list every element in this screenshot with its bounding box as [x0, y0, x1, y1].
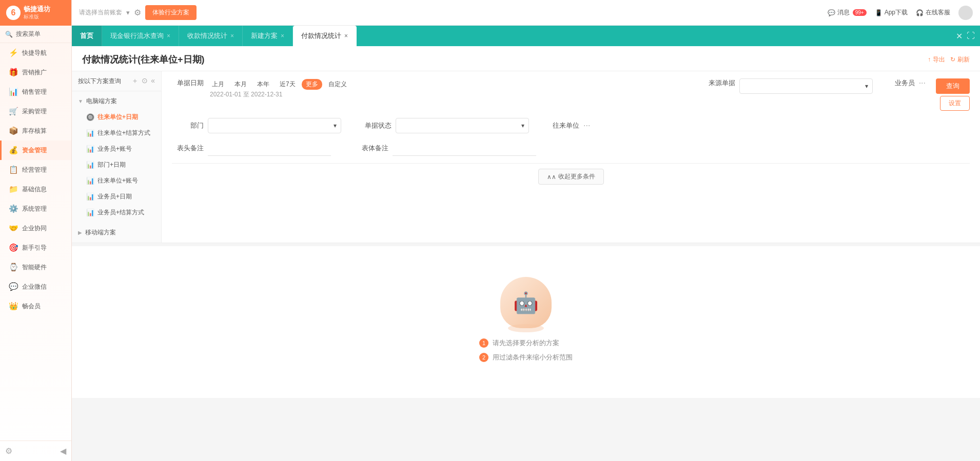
- collapse-row: ∧∧ 收起更多条件: [172, 163, 970, 190]
- custom-btn[interactable]: 自定义: [324, 78, 351, 90]
- refresh-btn[interactable]: ↻ 刷新: [950, 55, 970, 64]
- setting-btn[interactable]: 设置: [940, 96, 970, 111]
- last-month-btn[interactable]: 上月: [208, 78, 228, 90]
- sidebar-footer: ⚙ ◀: [0, 440, 71, 461]
- tab-receipt-stats[interactable]: 收款情况统计 ×: [179, 26, 243, 46]
- filter-main: 单据日期 上月 本月 本年 近7天 更多 自定义 2022-01-01 至 20…: [162, 71, 980, 243]
- scheme-header-label: 按以下方案查询: [78, 77, 121, 86]
- body-note-input[interactable]: [393, 141, 536, 156]
- tab-new-scheme[interactable]: 新建方案 ×: [243, 26, 293, 46]
- sidebar-search[interactable]: 🔍 搜索菜单: [0, 26, 71, 43]
- header-note-input[interactable]: [208, 141, 331, 156]
- sidebar-item-inventory[interactable]: 📦 库存核算: [0, 121, 71, 141]
- member-icon: 👑: [9, 302, 18, 311]
- salesman-dots[interactable]: ···: [919, 78, 926, 88]
- scheme-group-desktop-header[interactable]: ▼ 电脑端方案: [72, 93, 161, 109]
- online-service-btn[interactable]: 🎧 在线客服: [916, 8, 950, 17]
- sidebar-item-marketing[interactable]: 🎁 营销推广: [0, 63, 71, 82]
- message-label: 消息: [837, 8, 850, 17]
- partner-dots[interactable]: ···: [583, 121, 590, 130]
- scheme-group-desktop: ▼ 电脑端方案 🔘 往来单位+日期 📊 往来单位+结算方式 📊: [72, 91, 161, 223]
- this-year-btn[interactable]: 本年: [253, 78, 273, 90]
- scheme-item-label: 部门+日期: [97, 161, 126, 169]
- scheme-group-mobile: ▶ 移动端方案: [72, 223, 161, 243]
- sidebar-item-member[interactable]: 👑 畅会员: [0, 296, 71, 316]
- sidebar-item-coop[interactable]: 🤝 企业协同: [0, 218, 71, 238]
- tab-home[interactable]: 首页: [72, 26, 102, 46]
- sidebar-item-wechat[interactable]: 💬 企业微信: [0, 277, 71, 296]
- topbar-gear-icon[interactable]: ⚙: [134, 8, 141, 17]
- sidebar-item-guide[interactable]: 🎯 新手引导: [0, 238, 71, 257]
- collapse-up-icon: ∧∧: [547, 173, 556, 181]
- scheme-item-dept-date[interactable]: 📊 部门+日期: [72, 157, 161, 173]
- scheme-item-partner-account[interactable]: 📊 往来单位+账号: [72, 173, 161, 189]
- sidebar-item-label: 系统管理: [22, 205, 47, 213]
- topbar-right: 💬 消息 99+ 📱 App下载 🎧 在线客服: [828, 6, 973, 20]
- tabs-end-actions: ✕ ⛶: [956, 31, 980, 41]
- tip-text-1: 请先选择要分析的方案: [493, 338, 559, 348]
- app-icon: 📱: [875, 9, 883, 16]
- scheme-chart-icon6: 📊: [86, 209, 94, 216]
- scheme-settings-icon[interactable]: ⊙: [142, 76, 148, 86]
- scheme-add-icon[interactable]: ＋: [131, 76, 139, 86]
- scheme-item-salesman-account[interactable]: 📊 业务员+账号: [72, 141, 161, 157]
- close-all-icon[interactable]: ✕: [956, 31, 963, 41]
- tab-new-scheme-close[interactable]: ×: [281, 32, 284, 39]
- account-dropdown-icon[interactable]: ▾: [126, 9, 130, 16]
- sidebar-item-funds[interactable]: 💰 资金管理: [0, 141, 71, 160]
- this-month-btn[interactable]: 本月: [230, 78, 251, 90]
- sidebar-item-hardware[interactable]: ⌚ 智能硬件: [0, 257, 71, 277]
- coop-icon: 🤝: [9, 224, 18, 233]
- page-actions: ↑ 导出 ↻ 刷新: [928, 55, 970, 64]
- scheme-item-partner-date[interactable]: 🔘 往来单位+日期: [72, 109, 161, 125]
- tab-bank[interactable]: 现金银行流水查询 ×: [102, 26, 179, 46]
- sidebar-item-purchase[interactable]: 🛒 采购管理: [0, 102, 71, 121]
- service-icon: 🎧: [916, 9, 924, 16]
- export-icon: ↑: [928, 56, 931, 63]
- header-note-label: 表头备注: [172, 144, 208, 153]
- sidebar-item-label: 畅会员: [22, 302, 41, 311]
- scheme-item-label: 往来单位+结算方式: [97, 129, 150, 137]
- sidebar-item-business[interactable]: 📋 经营管理: [0, 160, 71, 179]
- date-label: 单据日期: [172, 78, 208, 88]
- scheme-item-label: 往来单位+日期: [97, 113, 138, 122]
- doc-status-select[interactable]: ▾: [396, 118, 529, 133]
- scheme-chart-icon2: 📊: [86, 145, 94, 153]
- sidebar-item-system[interactable]: ⚙️ 系统管理: [0, 199, 71, 218]
- tab-payment-close[interactable]: ×: [344, 32, 348, 39]
- trial-btn[interactable]: 体验行业方案: [145, 5, 197, 20]
- scheme-group-mobile-header[interactable]: ▶ 移动端方案: [72, 225, 161, 240]
- service-label: 在线客服: [926, 8, 950, 17]
- body-note-label: 表体备注: [357, 144, 393, 153]
- sidebar-item-label: 库存核算: [22, 127, 47, 135]
- user-avatar[interactable]: [958, 6, 973, 20]
- filter-row-note: 表头备注 表体备注: [172, 141, 970, 156]
- settings-icon[interactable]: ⚙: [5, 446, 12, 456]
- tab-payment-stats[interactable]: 付款情况统计 ×: [293, 26, 357, 46]
- fullscreen-icon[interactable]: ⛶: [967, 31, 975, 41]
- query-btn[interactable]: 查询: [936, 78, 970, 94]
- export-btn[interactable]: ↑ 导出: [928, 55, 945, 64]
- scheme-collapse-icon[interactable]: «: [151, 76, 155, 86]
- sidebar-item-sales[interactable]: 📊 销售管理: [0, 82, 71, 102]
- collapse-btn[interactable]: ∧∧ 收起更多条件: [538, 169, 604, 185]
- last-7days-btn[interactable]: 近7天: [276, 78, 300, 90]
- scheme-item-partner-settlement[interactable]: 📊 往来单位+结算方式: [72, 125, 161, 141]
- app-download-btn[interactable]: 📱 App下载: [875, 8, 908, 17]
- scheme-item-salesman-date[interactable]: 📊 业务员+日期: [72, 189, 161, 205]
- dept-select[interactable]: ▾: [208, 118, 341, 133]
- sidebar-item-quick-nav[interactable]: ⚡ 快捷导航: [0, 43, 71, 63]
- collapse-sidebar-icon[interactable]: ◀: [60, 446, 66, 456]
- scheme-group-desktop-label: 电脑端方案: [86, 97, 117, 106]
- message-btn[interactable]: 💬 消息 99+: [828, 8, 867, 17]
- tab-bank-label: 现金银行流水查询: [110, 31, 164, 41]
- tab-bank-close[interactable]: ×: [167, 32, 170, 39]
- sidebar-item-basic[interactable]: 📁 基础信息: [0, 179, 71, 199]
- scheme-chart-icon5: 📊: [86, 193, 94, 201]
- sidebar-item-label: 企业协同: [22, 224, 47, 233]
- scheme-item-salesman-settlement[interactable]: 📊 业务员+结算方式: [72, 205, 161, 221]
- more-btn[interactable]: 更多: [302, 79, 322, 90]
- tab-receipt-close[interactable]: ×: [230, 32, 234, 39]
- source-select[interactable]: ▾: [739, 78, 873, 94]
- empty-icon: 🤖: [500, 277, 552, 328]
